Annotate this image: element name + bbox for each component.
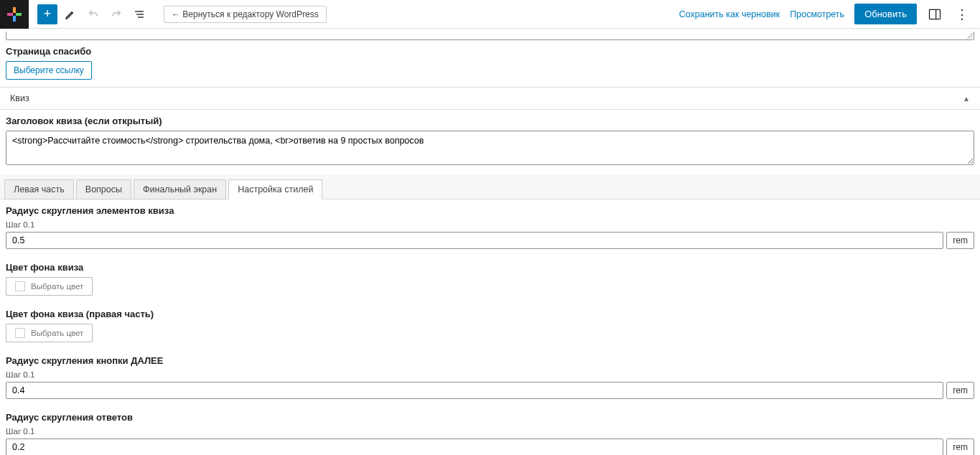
bg-quiz-right-color-button[interactable]: Выбрать цвет (6, 324, 93, 342)
bg-quiz-right-section: Цвет фона квиза (правая часть) Выбрать ц… (0, 303, 980, 350)
radius-answers-input[interactable] (6, 438, 943, 455)
undo-icon[interactable] (83, 4, 103, 24)
topbar-actions: Сохранить как черновик Просмотреть Обнов… (679, 4, 980, 24)
radius-next-input[interactable] (6, 382, 943, 399)
previous-field-partial[interactable] (6, 32, 974, 40)
caret-up-icon: ▲ (963, 95, 970, 103)
quiz-title-section: Заголовок квиза (если открытый) (0, 110, 980, 174)
radius-next-label: Радиус скругления кнопки ДАЛЕЕ (6, 355, 974, 366)
tab-final-screen[interactable]: Финальный экран (134, 179, 226, 200)
quiz-title-label: Заголовок квиза (если открытый) (6, 116, 974, 126)
save-draft-link[interactable]: Сохранить как черновик (679, 9, 780, 19)
tab-styles[interactable]: Настройка стилей (228, 179, 322, 200)
bg-quiz-button-label: Выбрать цвет (31, 282, 83, 291)
back-to-wordpress-button[interactable]: ← Вернуться к редактору WordPress (164, 6, 327, 23)
thanks-page-label: Страница спасибо (6, 46, 974, 57)
bg-quiz-label: Цвет фона квиза (6, 262, 974, 273)
svg-rect-7 (930, 9, 941, 19)
color-swatch-icon (15, 281, 25, 291)
editor-topbar: + ← Вернуться к редактору WordPress Сохр… (0, 0, 980, 29)
bg-quiz-section: Цвет фона квиза Выбрать цвет (0, 256, 980, 303)
wp-logo[interactable] (0, 0, 29, 29)
editor-content: Страница спасибо Выберите ссылку Квиз ▲ … (0, 29, 980, 455)
more-options-icon[interactable]: ⋮ (953, 6, 971, 22)
bg-quiz-color-button[interactable]: Выбрать цвет (6, 277, 93, 296)
svg-rect-2 (13, 16, 16, 22)
tab-questions[interactable]: Вопросы (76, 179, 131, 200)
thanks-page-section: Страница спасибо Выберите ссылку (0, 40, 980, 87)
document-outline-icon[interactable] (129, 4, 149, 24)
quiz-tabs: Левая часть Вопросы Финальный экран Наст… (0, 174, 980, 200)
select-link-button[interactable]: Выберите ссылку (6, 61, 92, 80)
svg-rect-3 (7, 13, 13, 16)
quiz-accordion-title: Квиз (10, 93, 29, 103)
radius-elements-step: Шаг 0.1 (6, 220, 974, 229)
radius-elements-label: Радиус скругления элементов квиза (6, 205, 974, 216)
preview-link[interactable]: Просмотреть (790, 9, 844, 19)
edit-icon[interactable] (60, 4, 80, 24)
radius-elements-unit: rem (946, 232, 974, 249)
logo-icon (6, 6, 23, 23)
update-button[interactable]: Обновить (854, 4, 917, 24)
quiz-title-textarea[interactable] (6, 131, 974, 165)
radius-next-unit: rem (946, 382, 974, 399)
color-swatch-icon (15, 328, 25, 338)
radius-next-step: Шаг 0.1 (6, 370, 974, 379)
radius-next-section: Радиус скругления кнопки ДАЛЕЕ Шаг 0.1 r… (0, 350, 980, 406)
redo-icon[interactable] (106, 4, 126, 24)
radius-answers-label: Радиус скругления ответов (6, 412, 974, 423)
radius-answers-step: Шаг 0.1 (6, 427, 974, 436)
radius-answers-unit: rem (946, 438, 974, 455)
radius-elements-input[interactable] (6, 232, 943, 249)
add-block-button[interactable]: + (37, 4, 57, 24)
svg-rect-1 (16, 13, 22, 16)
settings-panel-icon[interactable] (927, 6, 943, 22)
tab-left-part[interactable]: Левая часть (4, 179, 74, 200)
bg-quiz-right-button-label: Выбрать цвет (31, 329, 83, 337)
radius-elements-section: Радиус скругления элементов квиза Шаг 0.… (0, 200, 980, 256)
radius-answers-section: Радиус скругления ответов Шаг 0.1 rem (0, 406, 980, 455)
quiz-accordion-header[interactable]: Квиз ▲ (0, 87, 980, 110)
svg-rect-0 (13, 7, 16, 13)
bg-quiz-right-label: Цвет фона квиза (правая часть) (6, 309, 974, 319)
